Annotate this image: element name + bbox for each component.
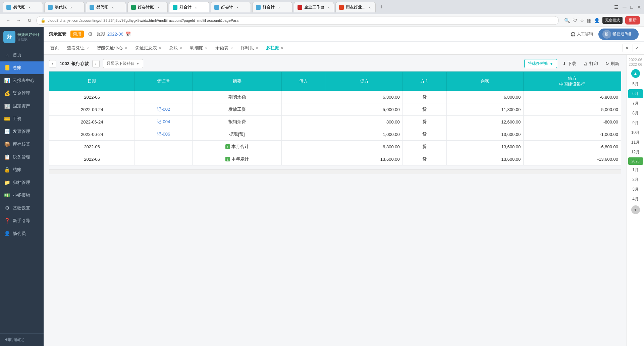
tab-list-icon[interactable]: ☰ (614, 4, 619, 10)
demo-badge[interactable]: 禁用 (70, 31, 84, 38)
tab-close-5[interactable]: × (195, 5, 197, 9)
filter-button[interactable]: 只显示下级科目 ▼ (103, 59, 143, 68)
sidebar-toggle-icon[interactable]: ▦ (587, 18, 591, 23)
close-window-button[interactable]: ✕ (637, 4, 641, 10)
minimize-button[interactable]: ─ (623, 4, 626, 10)
tab-smart-voucher-close[interactable]: × (125, 46, 127, 50)
cell-voucher-2[interactable]: 记-004 (135, 116, 192, 128)
tab-close-7[interactable]: × (278, 5, 280, 9)
month-item-11[interactable]: 11月 (628, 138, 643, 147)
search-icon[interactable]: 🔍 (564, 18, 570, 23)
tab-multi-col[interactable]: 多栏账 × (262, 42, 287, 55)
month-item-12[interactable]: 12月 (628, 148, 643, 157)
prev-account-button[interactable]: ‹ (49, 60, 56, 67)
month-item-8[interactable]: 8月 (628, 109, 643, 118)
tab-3[interactable]: 易代账 × (86, 2, 126, 12)
forward-button[interactable]: → (15, 16, 23, 24)
tab-sequence[interactable]: 序时账 × (237, 42, 262, 55)
sidebar-item-expense[interactable]: 💵 小畅报销 (0, 189, 44, 202)
tab-voucher-summary-close[interactable]: × (159, 46, 161, 50)
back-button[interactable]: ← (4, 16, 12, 24)
sidebar-item-invoice[interactable]: 🧾 发票管理 (0, 125, 44, 138)
address-bar[interactable]: 🔒 cloud2.chanjet.com/accounting/uh26t264… (36, 16, 559, 25)
tab-4[interactable]: 好会计账 × (127, 2, 168, 12)
sidebar-pin-button[interactable]: ◀取消固定 (0, 333, 44, 346)
tab-close-1[interactable]: × (29, 5, 31, 9)
tab-general-ledger-close[interactable]: × (180, 46, 182, 50)
no-trace-button[interactable]: 无痕模式 (602, 17, 623, 24)
tab-9[interactable]: 用友好业... × (335, 2, 376, 12)
cell-voucher-3[interactable]: 记-006 (135, 128, 192, 141)
month-scroll-down-button[interactable]: ▼ (631, 205, 640, 214)
tab-close-4[interactable]: × (157, 5, 159, 9)
month-item-6[interactable]: 6月 (628, 89, 643, 98)
download-button[interactable]: ⬇ 下载 (560, 59, 578, 68)
maximize-button[interactable]: □ (631, 4, 633, 10)
profile-icon[interactable]: 👤 (594, 18, 600, 23)
cell-voucher-1[interactable]: 记-002 (135, 103, 192, 116)
month-item-10[interactable]: 10月 (628, 128, 643, 137)
tab-8[interactable]: 企业工作台 × (294, 2, 334, 12)
sidebar-item-home[interactable]: ⌂ 首页 (0, 49, 44, 61)
tab-close-6[interactable]: × (236, 5, 238, 9)
sidebar-item-guide[interactable]: ❓ 新手引导 (0, 214, 44, 227)
tab-voucher-summary[interactable]: 凭证汇总表 × (131, 42, 165, 55)
tab-balance[interactable]: 余额表 × (211, 42, 236, 55)
tab-general-ledger[interactable]: 总账 × (165, 42, 186, 55)
tab-6[interactable]: 好会计 × (211, 2, 251, 12)
tabs-close-all-button[interactable]: ✕ (623, 44, 631, 52)
refresh-button[interactable]: ↻ 刷新 (603, 59, 621, 68)
new-tab-button[interactable]: + (377, 2, 386, 12)
tab-2[interactable]: 易代账 × (44, 2, 85, 12)
month-item-3[interactable]: 3月 (628, 185, 643, 194)
tabs-expand-button[interactable]: ⤢ (633, 44, 641, 52)
customer-service-button[interactable]: 🎧 人工咨询 (571, 31, 593, 37)
settings-gear-icon[interactable]: ⚙ (88, 31, 93, 37)
multi-col-button[interactable]: 特殊多栏账 ▼ (524, 59, 557, 68)
sidebar-item-report[interactable]: 📊 云报表中心 (0, 74, 44, 87)
sidebar-item-asset[interactable]: 🏢 固定资产 (0, 100, 44, 112)
refresh-button[interactable]: ↻ (25, 16, 34, 24)
month-item-2[interactable]: 2月 (628, 175, 643, 184)
tab-7[interactable]: 好会计 × (252, 2, 292, 12)
tab-voucher-close[interactable]: × (87, 46, 89, 50)
sidebar-item-settings[interactable]: ⚙ 基础设置 (0, 202, 44, 214)
tab-close-2[interactable]: × (70, 5, 72, 9)
month-item-4[interactable]: 4月 (628, 195, 643, 204)
tab-detailed[interactable]: 明细账 × (186, 42, 211, 55)
month-item-1[interactable]: 1月 (628, 165, 643, 175)
sidebar-item-inventory[interactable]: 📦 库存核算 (0, 138, 44, 151)
tab-multi-col-close[interactable]: × (281, 46, 283, 50)
tab-home[interactable]: 首页 (46, 42, 63, 55)
sidebar-item-fund[interactable]: 💰 资金管理 (0, 87, 44, 100)
account-selector[interactable]: 1002 银行存款 (60, 61, 89, 67)
update-button[interactable]: 更新 (625, 16, 640, 24)
sidebar-item-archive[interactable]: 📁 归档管理 (0, 176, 44, 189)
tab-balance-close[interactable]: × (230, 46, 232, 50)
calendar-icon[interactable]: 📅 (125, 32, 131, 37)
user-profile-button[interactable]: 畅 畅捷通B组... (598, 29, 639, 40)
month-scroll-up-button[interactable]: ▲ (631, 69, 640, 78)
sidebar-item-tax[interactable]: 📋 税务管理 (0, 151, 44, 163)
sidebar-item-close[interactable]: 🔒 结账 (0, 163, 44, 176)
month-item-7[interactable]: 7月 (628, 99, 643, 108)
tab-sequence-close[interactable]: × (256, 46, 258, 50)
tab-1[interactable]: 易代账 × (3, 2, 43, 12)
month-item-5[interactable]: 5月 (628, 80, 643, 89)
horizontal-scrollbar[interactable] (49, 169, 621, 174)
tab-smart-voucher[interactable]: 智能凭证中心 × (93, 42, 131, 55)
shield-icon[interactable]: 🛡 (573, 18, 577, 23)
sidebar-item-salary[interactable]: 💳 工资 (0, 112, 44, 125)
tab-close-3[interactable]: × (112, 5, 114, 9)
tab-close-9[interactable]: × (369, 5, 371, 9)
tab-5[interactable]: 好会计 × (169, 2, 209, 12)
tab-close-8[interactable]: × (328, 5, 330, 9)
tab-voucher[interactable]: 查看凭证 × (63, 42, 93, 55)
sidebar-item-member[interactable]: 👤 畅会员 (0, 227, 44, 240)
star-icon[interactable]: ☆ (580, 18, 584, 23)
print-button[interactable]: 🖨 打印 (582, 59, 600, 68)
sidebar-item-ledger[interactable]: 📒 总账 (0, 61, 44, 74)
month-item-9[interactable]: 9月 (628, 118, 643, 128)
tab-detailed-close[interactable]: × (205, 46, 207, 50)
next-account-button[interactable]: › (92, 60, 100, 67)
